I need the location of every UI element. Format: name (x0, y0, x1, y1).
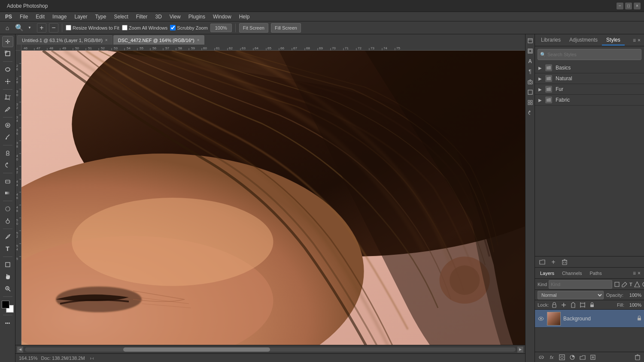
styles-folder-btn[interactable] (538, 258, 547, 266)
pen-tool[interactable] (2, 231, 13, 242)
zoom-in-button[interactable]: + (37, 23, 46, 33)
layers-tab[interactable]: Layers (537, 269, 558, 277)
lock-artboard-icon[interactable] (579, 301, 586, 309)
shape-tool[interactable] (2, 259, 13, 270)
zoom-all-windows-input[interactable] (122, 25, 128, 30)
menu-plugins[interactable]: Plugins (185, 13, 209, 21)
crop-tool[interactable] (2, 92, 13, 103)
styles-add-btn[interactable]: + (549, 258, 558, 266)
zoom-out-button[interactable]: − (49, 23, 58, 33)
menu-select[interactable]: Select (110, 13, 131, 21)
status-arrow-right[interactable]: › (90, 356, 92, 361)
dodge-tool[interactable] (2, 215, 13, 226)
move-tool[interactable]: ✛ (2, 36, 13, 47)
link-layers-btn[interactable] (537, 353, 546, 361)
undo-history-icon[interactable] (526, 109, 534, 117)
menu-help[interactable]: Help (236, 13, 253, 21)
scroll-right-arrow[interactable]: ▶ (517, 347, 523, 353)
blend-mode-select[interactable]: Normal (538, 291, 604, 299)
brush-tool[interactable] (2, 132, 13, 143)
layers-filter-input[interactable] (549, 280, 612, 289)
style-group-natural-header[interactable]: ▶ Natural (535, 73, 644, 84)
menu-view[interactable]: View (166, 13, 184, 21)
delete-layer-btn[interactable] (633, 353, 642, 361)
scrubby-zoom-checkbox[interactable]: Scrubby Zoom (170, 25, 208, 30)
tab-libraries[interactable]: Libraries (537, 35, 565, 45)
camera-icon[interactable] (526, 78, 534, 86)
zoom-dropdown-icon[interactable]: ▼ (25, 23, 34, 33)
new-layer-btn[interactable] (588, 353, 598, 361)
home-icon[interactable]: ⌂ (3, 23, 12, 33)
scroll-left-arrow[interactable]: ◀ (17, 347, 23, 353)
magic-wand-tool[interactable] (2, 76, 13, 87)
heal-tool[interactable] (2, 120, 13, 131)
resize-windows-checkbox[interactable]: Resize Windows to Fit (66, 25, 119, 30)
hand-tool[interactable] (2, 271, 13, 282)
more-tools-button[interactable]: ••• (2, 317, 13, 329)
status-arrow-left[interactable]: ‹ (92, 356, 94, 361)
panel-expand-icon[interactable] (526, 37, 534, 45)
fit-screen-button[interactable]: Fit Screen (239, 23, 268, 33)
scrubby-zoom-input[interactable] (170, 25, 176, 30)
menu-image[interactable]: Image (49, 13, 70, 21)
menu-edit[interactable]: Edit (32, 13, 48, 21)
paragraph-icon[interactable]: ¶ (526, 68, 534, 75)
layer-row-background[interactable]: Background (535, 310, 644, 328)
tab-dsc-close[interactable]: × (197, 38, 200, 42)
paths-tab[interactable]: Paths (586, 269, 605, 277)
square-icon[interactable] (526, 88, 534, 96)
lock-all-icon[interactable] (588, 301, 596, 309)
fill-screen-button[interactable]: Fill Screen (271, 23, 301, 33)
lock-position-icon[interactable] (569, 301, 577, 309)
resize-windows-input[interactable] (66, 25, 71, 30)
panel-close-icon[interactable]: × (638, 37, 641, 43)
style-group-fabric-header[interactable]: ▶ Fabric (535, 95, 644, 106)
style-group-basics-header[interactable]: ▶ Basics (535, 63, 644, 73)
zoom-display-input[interactable]: 100% (210, 24, 232, 32)
panel-icon-2[interactable] (526, 47, 534, 55)
gradient-tool[interactable] (2, 187, 13, 199)
search-styles-input[interactable] (538, 49, 641, 60)
styles-delete-btn[interactable] (560, 258, 569, 266)
scroll-track[interactable] (25, 347, 516, 352)
menu-window[interactable]: Window (210, 13, 235, 21)
layers-close-icon[interactable]: × (638, 270, 641, 276)
menu-file[interactable]: File (16, 13, 31, 21)
layer-mask-btn[interactable] (557, 353, 567, 361)
canvas-scrollbar[interactable]: ◀ ▶ (15, 345, 525, 353)
canvas-area[interactable] (21, 51, 525, 345)
tab-dsc[interactable]: DSC_4472.NEF @ 164% (RGB/16*) × (113, 35, 204, 45)
artboard-tool[interactable] (2, 48, 13, 59)
layers-menu-icon[interactable]: ≡ (633, 270, 636, 276)
menu-type[interactable]: Type (91, 13, 109, 21)
minimize-button[interactable]: − (617, 3, 623, 9)
filter-smart-icon[interactable] (642, 281, 644, 288)
filter-pixel-icon[interactable] (614, 281, 620, 288)
close-button[interactable]: × (634, 3, 641, 9)
filter-shape-icon[interactable] (634, 281, 640, 288)
lasso-tool[interactable] (2, 64, 13, 75)
tab-untitled[interactable]: Untitled-1 @ 63.1% (Layer 1, RGB/8#) × (17, 35, 112, 45)
menu-layer[interactable]: Layer (71, 13, 91, 21)
filter-edit-icon[interactable] (622, 281, 628, 288)
panel-menu-icon[interactable]: ≡ (633, 37, 636, 43)
eyedropper-tool[interactable] (2, 104, 13, 115)
tab-untitled-close[interactable]: × (105, 38, 108, 42)
lock-image-icon[interactable] (560, 301, 568, 309)
maximize-button[interactable]: □ (625, 3, 632, 9)
filter-text-icon[interactable]: T (629, 281, 632, 288)
style-group-fur-header[interactable]: ▶ Fur (535, 84, 644, 95)
menu-ps[interactable]: PS (2, 13, 15, 21)
layer-visibility-eye[interactable] (538, 315, 544, 322)
tab-adjustments[interactable]: Adjustments (565, 35, 602, 45)
blur-tool[interactable] (2, 203, 13, 214)
tab-styles[interactable]: Styles (602, 35, 625, 45)
lock-pixels-icon[interactable] (550, 301, 558, 309)
text-tool[interactable]: T (2, 243, 13, 254)
menu-3d[interactable]: 3D (152, 13, 165, 21)
color-swatches[interactable] (2, 301, 14, 313)
menu-filter[interactable]: Filter (133, 13, 151, 21)
text-panel-icon[interactable]: A (526, 57, 534, 65)
layer-effects-btn[interactable]: fx (547, 353, 556, 361)
scroll-thumb[interactable] (123, 347, 270, 352)
